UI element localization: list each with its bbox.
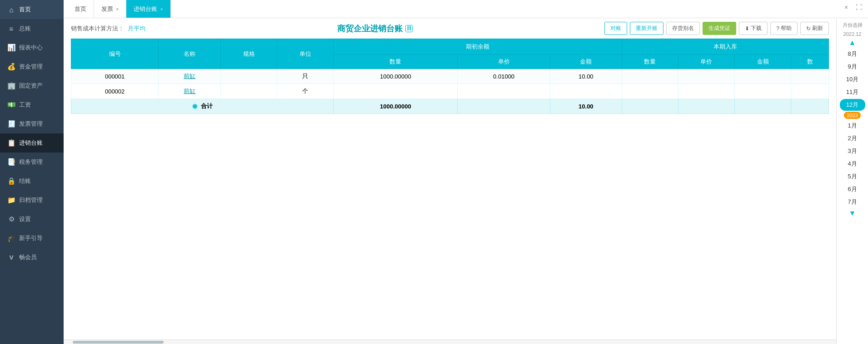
toolbar: 销售成本计算方法： 月平均 商贸企业进销台账 目 对账 重新开账 存货别名 生成…	[64, 18, 836, 39]
invoice-icon: 🧾	[7, 120, 15, 128]
window-maximize-button[interactable]: ⛶	[854, 3, 863, 12]
total-label-cell: ◉ 合计	[71, 99, 334, 114]
col-in-amount-header: 金额	[735, 55, 791, 69]
sidebar-item-reports[interactable]: 📊 报表中心	[0, 38, 64, 57]
col-in-qty-header: 数量	[622, 55, 678, 69]
sidebar-item-guide[interactable]: 🎓 新手引导	[0, 229, 64, 248]
refresh-button[interactable]: ↻ 刷新	[800, 22, 829, 35]
sidebar-item-label: 首页	[19, 5, 31, 14]
sidebar-item-assets[interactable]: 🏢 固定资产	[0, 76, 64, 95]
vip-icon: V	[7, 254, 15, 261]
sidebar-item-label: 工资	[19, 101, 31, 109]
sidebar-item-invoice[interactable]: 🧾 发票管理	[0, 114, 64, 133]
tab-invoice-close[interactable]: ×	[116, 6, 119, 12]
tab-trading-close[interactable]: ×	[160, 6, 163, 12]
sidebar-item-label: 进销台账	[19, 139, 43, 147]
sidebar-item-archive[interactable]: 📁 归档管理	[0, 191, 64, 210]
month-item-6[interactable]: 6月	[840, 183, 865, 195]
tab-trading[interactable]: 进销台账 ×	[126, 0, 170, 18]
sidebar-item-label: 固定资产	[19, 82, 43, 90]
assets-icon: 🏢	[7, 82, 15, 90]
window-controls: × ⛶	[842, 3, 863, 12]
tab-invoice-label: 发票	[101, 5, 113, 13]
month-item-9[interactable]: 9月	[840, 61, 865, 73]
sidebar-item-vip[interactable]: V 畅会员	[0, 248, 64, 267]
sidebar-item-home[interactable]: ⌂ 首页	[0, 0, 64, 19]
total-init-price	[458, 99, 550, 114]
month-selector-panel: 月份选择 2022.12 ▲ 8月 9月 10月 11月 12月 2023 1月…	[836, 18, 868, 344]
sidebar-item-trading[interactable]: 📋 进销台账	[0, 133, 64, 152]
sidebar-item-settings[interactable]: ⚙ 设置	[0, 210, 64, 229]
tab-trading-label: 进销台账	[134, 5, 157, 13]
row2-id: 000002	[71, 84, 159, 99]
tab-invoice[interactable]: 发票 ×	[94, 0, 126, 18]
save-alias-button[interactable]: 存货别名	[666, 22, 700, 35]
download-icon: ⬇	[745, 25, 749, 32]
sidebar-item-close[interactable]: 🔒 结账	[0, 172, 64, 191]
sidebar-item-tax[interactable]: 📑 税务管理	[0, 152, 64, 172]
row2-unit: 个	[277, 84, 334, 99]
sidebar-item-label: 新手引导	[19, 234, 43, 242]
total-row: ◉ 合计 1000.00000 10.00	[71, 99, 829, 114]
funds-icon: 💰	[7, 63, 15, 71]
col-init-price-header: 单价	[458, 55, 550, 69]
generate-button[interactable]: 生成凭证	[703, 22, 736, 35]
scroll-down-button[interactable]: ▼	[840, 208, 865, 218]
reopen-button[interactable]: 重新开账	[630, 22, 663, 35]
row2-name: 前缸	[159, 84, 221, 99]
col-unit-header: 单位	[277, 39, 334, 69]
row1-init-amount: 10.00	[550, 69, 622, 84]
col-init-qty-header: 数量	[334, 55, 458, 69]
table-row: 000001 前缸 只 1000.00000 0.01000 10.00	[71, 69, 829, 84]
help-button[interactable]: ? 帮助	[770, 22, 798, 35]
row2-init-price	[458, 84, 550, 99]
sidebar-item-label: 归档管理	[19, 196, 43, 204]
sidebar-item-label: 畅会员	[19, 253, 37, 261]
main-area: × ⛶ 首页 发票 × 进销台账 × 销售成本计算方法： 月平均 商贸企业进	[64, 0, 868, 344]
month-item-5[interactable]: 5月	[840, 171, 865, 182]
month-item-10[interactable]: 10月	[840, 74, 865, 85]
sidebar: ⌂ 首页 ≡ 总账 📊 报表中心 💰 资金管理 🏢 固定资产 💵 工资 🧾 发票…	[0, 0, 64, 344]
scroll-thumb	[73, 341, 164, 344]
month-item-2[interactable]: 2月	[840, 133, 865, 144]
col-init-amount-header: 金额	[550, 55, 622, 69]
total-init-amount: 10.00	[550, 99, 622, 114]
sidebar-item-salary[interactable]: 💵 工资	[0, 95, 64, 114]
info-icon[interactable]: 目	[405, 25, 413, 32]
sidebar-item-ledger[interactable]: ≡ 总账	[0, 19, 64, 38]
row1-name: 前缸	[159, 69, 221, 84]
month-item-4[interactable]: 4月	[840, 158, 865, 170]
scroll-up-button[interactable]: ▲	[840, 38, 865, 48]
window-close-button[interactable]: ×	[842, 3, 851, 12]
col-in-extra-header: 数	[791, 55, 829, 69]
row2-in-extra	[791, 84, 829, 99]
row1-in-price	[678, 69, 734, 84]
month-item-8[interactable]: 8月	[840, 48, 865, 60]
main-body: 销售成本计算方法： 月平均 商贸企业进销台账 目 对账 重新开账 存货别名 生成…	[64, 18, 868, 344]
close-account-icon: 🔒	[7, 177, 15, 185]
month-item-7[interactable]: 7月	[840, 196, 865, 208]
trading-icon: 📋	[7, 139, 15, 147]
month-item-11[interactable]: 11月	[840, 86, 865, 98]
month-item-1[interactable]: 1月	[840, 120, 865, 132]
sidebar-item-funds[interactable]: 💰 资金管理	[0, 57, 64, 76]
download-button[interactable]: ⬇ 下载	[739, 22, 768, 35]
tab-home-label: 首页	[75, 5, 86, 13]
total-in-price	[678, 99, 734, 114]
match-button[interactable]: 对账	[604, 22, 627, 35]
row1-init-qty: 1000.00000	[334, 69, 458, 84]
refresh-icon: ↻	[806, 25, 811, 32]
month-item-3[interactable]: 3月	[840, 145, 865, 157]
month-item-12[interactable]: 12月	[840, 99, 865, 111]
table-container: 编号 名称 规格 单位 期初余额 本期入库 数量 单价 金额 数量	[64, 39, 836, 339]
tab-home[interactable]: 首页	[67, 0, 94, 18]
table-row: 000002 前缸 个	[71, 84, 829, 99]
row2-in-price	[678, 84, 734, 99]
settings-icon: ⚙	[7, 215, 15, 223]
sidebar-item-label: 资金管理	[19, 63, 43, 71]
trading-table: 编号 名称 规格 单位 期初余额 本期入库 数量 单价 金额 数量	[71, 39, 829, 114]
row2-in-qty	[622, 84, 678, 99]
col-number-header: 编号	[71, 39, 159, 69]
sidebar-item-label: 结账	[19, 177, 31, 185]
scroll-bar[interactable]	[64, 339, 836, 344]
